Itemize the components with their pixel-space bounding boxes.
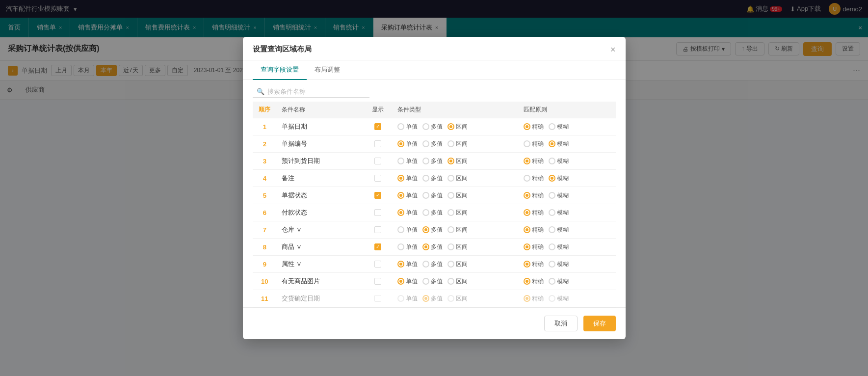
dialog-overlay: 设置查询区域布局 × 查询字段设置 布局调整 🔍 顺序 [0, 0, 868, 100]
search-icon: 🔍 [257, 88, 264, 95]
dialog-tabs: 查询字段设置 布局调整 [243, 60, 626, 80]
dialog-close-button[interactable]: × [610, 45, 616, 54]
dialog-tab-query-fields-label: 查询字段设置 [261, 66, 299, 73]
search-box: 🔍 [253, 86, 369, 98]
dialog-tab-layout[interactable]: 布局调整 [307, 60, 348, 80]
settings-dialog: 设置查询区域布局 × 查询字段设置 布局调整 🔍 顺序 [243, 37, 626, 100]
search-input[interactable] [267, 88, 366, 95]
dialog-title: 设置查询区域布局 [253, 45, 312, 54]
dialog-tab-query-fields[interactable]: 查询字段设置 [253, 60, 307, 80]
dialog-search-area: 🔍 [243, 80, 626, 100]
dialog-header: 设置查询区域布局 × [243, 37, 626, 60]
dialog-tab-layout-label: 布局调整 [315, 66, 340, 73]
